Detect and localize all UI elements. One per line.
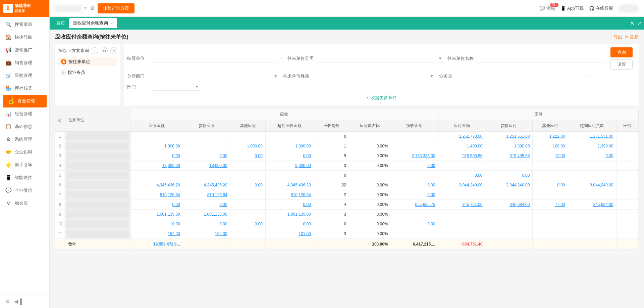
svg-point-0 [63, 60, 65, 62]
partner-name-input[interactable] [476, 54, 604, 62]
tab-home[interactable]: 首页 [52, 18, 69, 28]
partner-category-select[interactable]: ▼ [316, 55, 444, 62]
sidebar-label-finance: 资金管理 [17, 98, 35, 104]
dept-manager-select[interactable]: ▼ [153, 73, 280, 80]
refresh-btn[interactable]: ↻ 刷新 [625, 34, 639, 40]
dept-select[interactable]: ▼ [153, 83, 201, 91]
filter-options: 按往来单位 按业务员 [58, 57, 117, 77]
filter-option-partner[interactable]: 按往来单位 [58, 57, 117, 66]
guide-icon: 🌟 [5, 162, 11, 168]
sidebar-label-corp: 企业协同 [15, 149, 32, 155]
query-btn[interactable]: 查询 [610, 47, 633, 57]
sidebar-item-marketing[interactable]: 📢 营销推广 [0, 44, 49, 56]
sidebar-item-finance[interactable]: 💰 资金管理 [3, 95, 47, 107]
notification-btn[interactable]: 💬 消息 99+ [540, 5, 555, 11]
receivable-group-header: 应收 [130, 109, 438, 120]
table-wrap[interactable]: ⚙ 往来单位 应收 应付 应收金额 贷款应收 其他应收 超期应收金额 应收笔数 [55, 109, 639, 250]
settlement-ellipsis[interactable]: ··· [279, 55, 284, 61]
loan-receivable-header: 贷款应收 [183, 120, 230, 132]
sidebar-label-quick: 快捷导航 [15, 34, 32, 40]
receivable-count-header: 应收笔数 [314, 120, 349, 132]
tab-receivable[interactable]: 应收应付余额查询 ✕ [69, 18, 117, 28]
member-icon: V [5, 201, 11, 206]
filter-add-btn[interactable]: + [92, 47, 98, 54]
table-settings-icon[interactable]: ⚙ [58, 118, 62, 123]
radio-inner [62, 71, 65, 74]
table-row: 80.000.000.0040.00%655,636.75345,761.003… [55, 200, 639, 210]
nav-item-1[interactable] [55, 5, 82, 12]
service-label: 在线客服 [596, 5, 613, 11]
sidebar-item-member[interactable]: V 畅会员 [0, 197, 49, 210]
settlement-input[interactable] [153, 54, 277, 62]
partner-nature-label: 往来单位性质 [283, 73, 309, 79]
search-icon: 🔍 [5, 21, 11, 28]
partner-name-cell [65, 151, 130, 161]
filter-collapse-btn[interactable]: « [110, 47, 117, 54]
gear-icon[interactable]: ⚙ [90, 5, 95, 11]
service-icon: 🎧 [589, 6, 594, 11]
filter-left-panel: 按以下方案查询 + ⊙ « 按往来单位 [55, 44, 120, 105]
export-btn[interactable]: ↑ 导出 [610, 34, 623, 40]
collapse-label: 收起更多条件 [371, 95, 397, 101]
partner-nature-select[interactable]: ▼ [311, 73, 436, 80]
settings-bottom-icon[interactable]: ⚙ [5, 298, 10, 305]
breadcrumb: ▼ ⚙ 体验行业方案 [55, 3, 540, 13]
tab-expand[interactable]: ⤢ [637, 20, 641, 27]
partner-name-cell [65, 141, 130, 151]
salesperson-ellipsis[interactable]: ··· [587, 73, 592, 79]
data-table: ⚙ 往来单位 应收 应付 应收金额 贷款应收 其他应收 超期应收金额 应收笔数 [55, 109, 639, 250]
sidebar-item-corp[interactable]: 🤝 企业协同 [0, 146, 49, 159]
partner-name-cell [65, 132, 130, 141]
collapse-icon[interactable]: ◀▐ [14, 298, 22, 305]
salesperson-label: 按业务员 [68, 70, 85, 76]
svg-point-1 [62, 72, 64, 74]
sidebar-item-guide[interactable]: 🌟 新手引导 [0, 159, 49, 171]
dept-field: 部门 ▼ [127, 83, 201, 91]
table-row: 30.000.000.000.0090.00%2,153,333.00915,5… [55, 151, 639, 161]
payable-note-header: 应付 [616, 120, 638, 132]
partner-name-field: 往来单位名称 [447, 54, 604, 62]
main-content: 应收应付余额查询(按往来单位) ↑ 导出 ↻ 刷新 按以下方案查询 + ⊙ [50, 30, 644, 308]
table-row: 91,001,135.001,001,135.001,001,135.0030.… [55, 210, 639, 219]
tab-close-window[interactable]: ✕ [630, 20, 634, 27]
tab-close-icon[interactable]: ✕ [110, 21, 113, 26]
finance-icon: 💰 [8, 98, 14, 104]
partner-name-cell [65, 190, 130, 200]
filter-option-salesperson[interactable]: 按业务员 [58, 68, 117, 77]
sidebar-item-hardware[interactable]: 📱 智能硬件 [0, 171, 49, 184]
sidebar-item-inventory[interactable]: 🏪 库存核算 [0, 82, 49, 95]
collapse-section: ∧ 收起更多条件 [127, 93, 635, 102]
sidebar-item-sales[interactable]: 💼 销售管理 [0, 56, 49, 69]
sidebar-item-wechat[interactable]: 💬 企业微信 [0, 184, 49, 197]
filter-row-2: 分管部门 ▼ 往来单位性质 ▼ 业务员 [127, 72, 635, 80]
setting-btn[interactable]: 设置 [610, 59, 633, 70]
footer-advance: 6,417,215.... [391, 239, 438, 250]
sidebar-label-wechat: 企业微信 [15, 187, 32, 193]
sidebar-item-purchase[interactable]: 🛒 采购管理 [0, 69, 49, 82]
sidebar-item-operation[interactable]: 📊 经营管理 [0, 107, 49, 120]
partner-name-cell [65, 171, 130, 180]
partner-name-cell [65, 161, 130, 171]
collapse-more-btn[interactable]: ∧ 收起更多条件 [366, 93, 397, 102]
partner-name-cell [65, 219, 130, 229]
salesperson-input[interactable] [465, 72, 585, 80]
app-download-btn[interactable]: 📱 App下载 [560, 5, 584, 11]
table-row: 7810,126.64810,126.64810,126.6420.00%0.0… [55, 190, 639, 200]
filter-right-panel: 结算单位 ··· 往来单位分类 ▼ 往来单位名称 [124, 44, 639, 105]
message-icon: 💬 [540, 6, 545, 11]
user-menu[interactable] [619, 4, 639, 12]
chevron-down-icon4: ▼ [195, 84, 199, 89]
table-row: 100.000.000.000.0000.00%0.00 [55, 219, 639, 229]
receivable-ratio-header: 应收款占比 [349, 120, 391, 132]
sidebar-label-purchase: 采购管理 [15, 73, 32, 79]
service-btn[interactable]: 🎧 在线客服 [589, 5, 613, 11]
sidebar-item-basic[interactable]: 📋 基础信息 [0, 120, 49, 133]
partner-icon [62, 60, 65, 63]
table-row: 101,252,773.001,251,551.001,222.001,251,… [55, 132, 639, 141]
sidebar-item-system[interactable]: ⚙ 系统管理 [0, 133, 49, 146]
system-icon: ⚙ [5, 136, 11, 142]
sidebar-item-quick[interactable]: 🏠 快捷导航 [0, 31, 49, 44]
sidebar-item-search[interactable]: 🔍 搜索菜单 [0, 18, 49, 31]
solution-btn[interactable]: 体验行业方案 [98, 3, 135, 13]
filter-settings-btn[interactable]: ⊙ [101, 47, 108, 54]
